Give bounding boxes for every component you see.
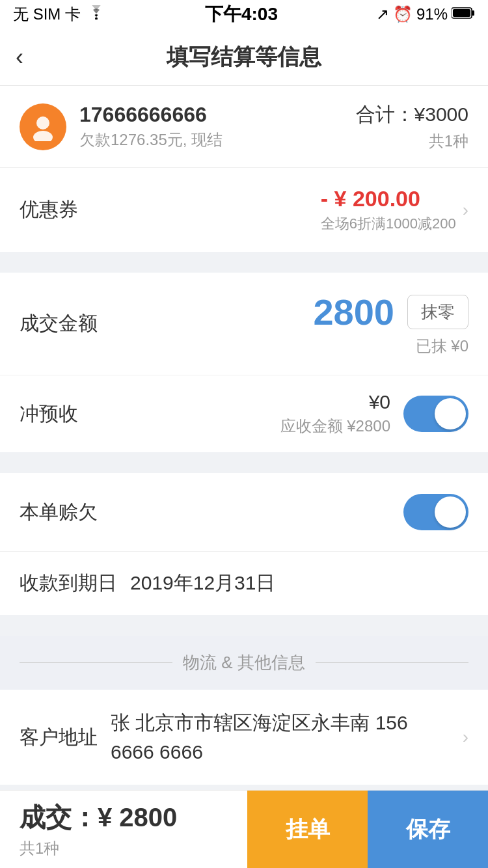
due-date-row: 收款到期日 2019年12月31日 xyxy=(0,551,488,615)
svg-point-5 xyxy=(33,131,53,141)
user-row: 17666666666 欠款1276.35元, 现结 合计：¥3000 共1种 xyxy=(0,86,488,167)
svg-point-0 xyxy=(95,18,98,20)
coupon-right: - ¥ 200.00 全场6折满1000减200 › xyxy=(321,186,468,234)
footer-info: 成交：¥ 2800 共1种 xyxy=(0,800,247,859)
charge-toggle[interactable] xyxy=(403,396,468,432)
coupon-chevron-icon: › xyxy=(463,200,468,221)
footer-deal-label: 成交： xyxy=(20,803,98,832)
total-count: 共1种 xyxy=(356,131,468,152)
due-date-label: 收款到期日 xyxy=(20,570,117,597)
address-label: 客户地址 xyxy=(20,724,98,751)
header-line-right xyxy=(316,662,468,663)
page-title: 填写结算等信息 xyxy=(167,42,321,72)
coupon-label: 优惠券 xyxy=(20,197,78,223)
user-phone: 17666666666 xyxy=(79,103,356,127)
debt-row: 本单赊欠 xyxy=(0,473,488,551)
charge-amounts: ¥0 应收金额 ¥2800 xyxy=(280,391,390,437)
battery-label: 91% xyxy=(416,5,448,23)
address-value: 张 北京市市辖区海淀区永丰南 156 6666 6666 xyxy=(111,708,450,766)
round-zero-button[interactable]: 抹零 xyxy=(407,295,468,329)
coupon-desc: 全场6折满1000减200 xyxy=(321,214,456,234)
charge-row: 冲预收 ¥0 应收金额 ¥2800 xyxy=(0,375,488,452)
wifi-icon xyxy=(86,5,107,23)
footer-amount: 成交：¥ 2800 xyxy=(20,800,228,835)
location-icon: ↗ xyxy=(376,5,389,23)
deal-amount-row: 成交金额 2800 抹零 已抹 ¥0 xyxy=(0,273,488,375)
deal-sub: 已抹 ¥0 xyxy=(313,336,468,357)
divider-1 xyxy=(0,262,488,273)
logistics-title: 物流 & 其他信息 xyxy=(183,651,305,674)
footer-deal-amount: ¥ 2800 xyxy=(98,803,177,832)
deal-label: 成交金额 xyxy=(20,310,98,337)
debt-card: 本单赊欠 收款到期日 2019年12月31日 xyxy=(0,473,488,615)
alarm-icon: ⏰ xyxy=(393,5,413,23)
divider-3 xyxy=(0,625,488,636)
charge-right: ¥0 应收金额 ¥2800 xyxy=(280,391,468,437)
charge-value: ¥0 xyxy=(280,391,390,413)
divider-2 xyxy=(0,463,488,473)
user-info-card: 17666666666 欠款1276.35元, 现结 合计：¥3000 共1种 … xyxy=(0,86,488,252)
nav-bar: ‹ 填写结算等信息 xyxy=(0,29,488,86)
svg-rect-2 xyxy=(472,10,474,16)
svg-rect-3 xyxy=(453,9,470,17)
svg-point-4 xyxy=(36,116,49,129)
status-time: 下午4:03 xyxy=(205,2,278,27)
back-button[interactable]: ‹ xyxy=(16,44,23,71)
debt-label: 本单赊欠 xyxy=(20,499,98,526)
battery-icon xyxy=(452,5,475,23)
sim-text: 无 SIM 卡 xyxy=(13,4,81,25)
hang-order-button[interactable]: 挂单 xyxy=(247,791,368,869)
toggle-knob xyxy=(435,398,466,429)
footer: 成交：¥ 2800 共1种 挂单 保存 xyxy=(0,790,488,868)
address-card: 客户地址 张 北京市市辖区海淀区永丰南 156 6666 6666 › xyxy=(0,690,488,785)
charge-sub: 应收金额 ¥2800 xyxy=(280,416,390,437)
user-debt: 欠款1276.35元, 现结 xyxy=(79,129,356,150)
address-chevron-icon: › xyxy=(463,727,468,748)
status-right: ↗ ⏰ 91% xyxy=(376,5,475,23)
save-button[interactable]: 保存 xyxy=(368,791,488,869)
coupon-info: - ¥ 200.00 全场6折满1000减200 xyxy=(321,186,456,234)
deal-right: 2800 抹零 已抹 ¥0 xyxy=(313,291,468,357)
logistics-section-header: 物流 & 其他信息 xyxy=(0,636,488,690)
user-info: 17666666666 欠款1276.35元, 现结 xyxy=(79,103,356,150)
debt-toggle[interactable] xyxy=(403,494,468,530)
due-date-value: 2019年12月31日 xyxy=(130,570,275,597)
deal-value-block: 2800 抹零 xyxy=(313,291,468,333)
status-left: 无 SIM 卡 xyxy=(13,4,107,25)
coupon-row[interactable]: 优惠券 - ¥ 200.00 全场6折满1000减200 › xyxy=(0,167,488,252)
status-bar: 无 SIM 卡 下午4:03 ↗ ⏰ 91% xyxy=(0,0,488,29)
address-row[interactable]: 客户地址 张 北京市市辖区海淀区永丰南 156 6666 6666 › xyxy=(0,690,488,785)
footer-count: 共1种 xyxy=(20,838,228,859)
debt-toggle-knob xyxy=(435,496,466,528)
charge-label: 冲预收 xyxy=(20,401,78,427)
avatar xyxy=(20,103,66,150)
header-line-left xyxy=(20,662,172,663)
coupon-discount: - ¥ 200.00 xyxy=(321,186,456,211)
deal-amount: 2800 xyxy=(313,291,394,333)
deal-card: 成交金额 2800 抹零 已抹 ¥0 冲预收 ¥0 应收金额 ¥2800 xyxy=(0,273,488,452)
user-total: 合计：¥3000 共1种 xyxy=(356,102,468,152)
total-amount: 合计：¥3000 xyxy=(356,102,468,128)
